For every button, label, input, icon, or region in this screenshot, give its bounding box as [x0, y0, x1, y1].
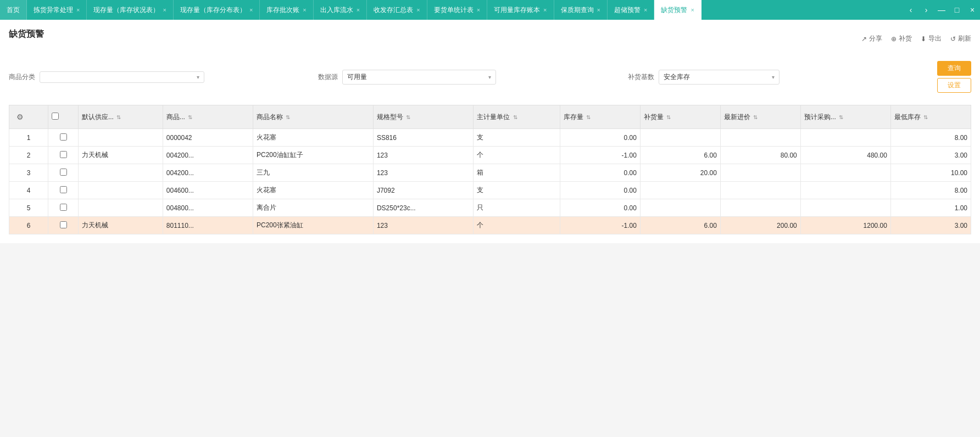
cell-minstk-5: 3.00 — [890, 217, 971, 234]
cell-spec-4: DS250*23c... — [373, 199, 473, 217]
tab-shortage-close[interactable]: × — [691, 7, 694, 13]
cell-checkbox-0 — [48, 129, 79, 147]
tab-inout-close[interactable]: × — [357, 7, 360, 13]
gear-icon[interactable]: ⚙ — [13, 110, 27, 124]
cell-latestprice-2 — [720, 164, 800, 182]
cell-supplier-2 — [78, 164, 163, 182]
cell-index-4: 5 — [9, 199, 48, 217]
th-spec: 规格型号 ⇅ — [373, 105, 473, 129]
minstk-sort-icon[interactable]: ⇅ — [923, 114, 928, 120]
tab-overstock[interactable]: 超储预警 × — [608, 0, 654, 20]
cell-minstk-2: 10.00 — [890, 164, 971, 182]
tab-stock-status[interactable]: 现存量（库存状况表） × — [87, 0, 173, 20]
tab-overstock-close[interactable]: × — [644, 7, 647, 13]
cell-spec-2: 123 — [373, 164, 473, 182]
cell-name-2: 三九 — [253, 164, 374, 182]
tab-order-stats-close[interactable]: × — [477, 7, 480, 13]
table-body: 1 0000042 火花塞 SS816 支 0.00 8.00 2 力天机械 0… — [9, 129, 971, 234]
refresh-button[interactable]: ↺ 刷新 — [950, 34, 971, 43]
tab-scroll-next[interactable]: › — [918, 5, 934, 14]
query-button[interactable]: 查询 — [937, 61, 971, 76]
spec-sort-icon[interactable]: ⇅ — [406, 114, 410, 120]
tab-maximize[interactable]: □ — [949, 5, 965, 14]
supplier-sort-icon[interactable]: ⇅ — [116, 114, 121, 120]
cell-stock-2: 0.00 — [560, 164, 640, 182]
basis-chevron-icon: ▾ — [772, 74, 775, 80]
row-checkbox-1[interactable] — [60, 151, 67, 158]
row-checkbox-4[interactable] — [60, 204, 67, 211]
cell-replenish-4 — [640, 199, 720, 217]
share-button[interactable]: ↗ 分享 — [861, 34, 882, 43]
cell-index-2: 3 — [9, 164, 48, 182]
tab-stock-dist[interactable]: 现存量（库存分布表） × — [174, 0, 260, 20]
basis-value: 安全库存 — [664, 72, 690, 82]
tab-scroll-prev[interactable]: ‹ — [903, 5, 918, 14]
tab-minimize[interactable]: — — [934, 5, 949, 14]
basis-select[interactable]: 安全库存 ▾ — [659, 70, 779, 85]
forecast-sort-icon[interactable]: ⇅ — [839, 114, 843, 120]
tab-batch[interactable]: 库存批次账 × — [260, 0, 313, 20]
tab-order-stats[interactable]: 要货单统计表 × — [427, 0, 487, 20]
replenish-icon: ⊕ — [891, 35, 897, 43]
stock-sort-icon[interactable]: ⇅ — [586, 114, 591, 120]
tab-avail-ledger[interactable]: 可用量库存账本 × — [487, 0, 554, 20]
tab-expiry-close[interactable]: × — [597, 7, 600, 13]
cell-code-3: 004600... — [163, 182, 253, 199]
cell-code-0: 0000042 — [163, 129, 253, 147]
tab-shortage[interactable]: 缺货预警 × — [654, 0, 701, 20]
refresh-icon: ↺ — [950, 35, 956, 43]
setting-button[interactable]: 设置 — [937, 78, 971, 93]
tab-recv-summary-close[interactable]: × — [416, 7, 420, 13]
cell-spec-0: SS816 — [373, 129, 473, 147]
latestprice-sort-icon[interactable]: ⇅ — [753, 114, 758, 120]
cell-forecast-2 — [800, 164, 890, 182]
export-button[interactable]: ⬇ 导出 — [921, 34, 942, 43]
tab-avail-ledger-close[interactable]: × — [543, 7, 547, 13]
replenish-sort-icon[interactable]: ⇅ — [666, 114, 671, 120]
row-checkbox-2[interactable] — [60, 169, 67, 176]
tab-expiry[interactable]: 保质期查询 × — [554, 0, 608, 20]
table-row: 2 力天机械 004200... PC200油缸缸子 123 个 -1.00 6… — [9, 147, 971, 164]
row-checkbox-0[interactable] — [60, 133, 67, 141]
cell-spec-3: J7092 — [373, 182, 473, 199]
cell-minstk-3: 8.00 — [890, 182, 971, 199]
table-row: 1 0000042 火花塞 SS816 支 0.00 8.00 — [9, 129, 971, 147]
filter-actions: 查询 设置 — [937, 61, 971, 93]
cell-replenish-2: 20.00 — [640, 164, 720, 182]
cell-code-2: 004200... — [163, 164, 253, 182]
replenish-button[interactable]: ⊕ 补货 — [891, 34, 912, 43]
unit-sort-icon[interactable]: ⇅ — [513, 114, 517, 120]
cell-stock-5: -1.00 — [560, 217, 640, 234]
tab-inout[interactable]: 出入库流水 × — [314, 0, 367, 20]
cell-name-0: 火花塞 — [253, 129, 374, 147]
name-sort-icon[interactable]: ⇅ — [286, 114, 290, 120]
filter-group-basis: 补货基数 安全库存 ▾ — [628, 70, 924, 85]
cell-name-1: PC200油缸缸子 — [253, 147, 374, 164]
tab-abnormal-close[interactable]: × — [76, 7, 80, 13]
cell-forecast-1: 480.00 — [800, 147, 890, 164]
code-sort-icon[interactable]: ⇅ — [188, 114, 192, 120]
cell-supplier-4 — [78, 199, 163, 217]
tab-home[interactable]: 首页 — [0, 0, 27, 20]
cell-index-3: 4 — [9, 182, 48, 199]
data-table: ⚙ 默认供应... ⇅ 商品... ⇅ 商品名称 ⇅ 规格 — [9, 105, 971, 234]
category-select[interactable]: ▾ — [40, 71, 204, 83]
datasource-select[interactable]: 可用量 ▾ — [342, 70, 496, 85]
tab-close-all[interactable]: × — [965, 5, 980, 14]
tab-stock-status-close[interactable]: × — [163, 7, 166, 13]
th-replenish: 补货量 ⇅ — [640, 105, 720, 129]
row-checkbox-3[interactable] — [60, 186, 67, 193]
datasource-label: 数据源 — [318, 72, 338, 82]
select-all-checkbox[interactable] — [52, 113, 59, 120]
tab-batch-close[interactable]: × — [303, 7, 306, 13]
cell-supplier-3 — [78, 182, 163, 199]
tab-abnormal[interactable]: 拣货异常处理 × — [27, 0, 87, 20]
filter-group-category: 商品分类 ▾ — [9, 71, 305, 83]
tab-stock-dist-close[interactable]: × — [249, 7, 253, 13]
basis-filter: 补货基数 安全库存 ▾ — [628, 70, 779, 85]
cell-index-1: 2 — [9, 147, 48, 164]
cell-name-3: 火花塞 — [253, 182, 374, 199]
row-checkbox-5[interactable] — [60, 221, 67, 228]
th-forecast: 预计采购... ⇅ — [800, 105, 890, 129]
tab-recv-summary[interactable]: 收发存汇总表 × — [367, 0, 427, 20]
